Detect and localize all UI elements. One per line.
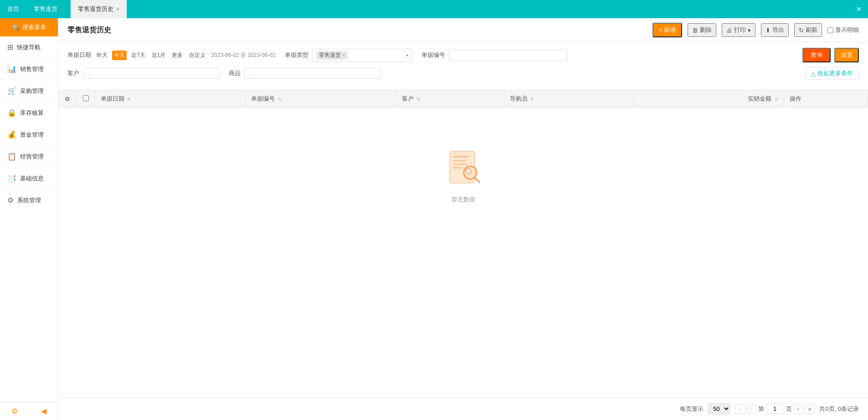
print-arrow-icon: ▾ — [748, 27, 751, 34]
collapse-button[interactable]: △ 收起更多条件 — [805, 67, 859, 80]
sidebar-search[interactable]: 🔍 搜索菜单 — [0, 18, 58, 36]
last-page-button[interactable]: » — [805, 404, 815, 414]
sidebar-item-purchase-mgmt[interactable]: 🛒 采购管理 — [0, 80, 58, 102]
th-number[interactable]: 单据编号 ⇅ — [246, 90, 396, 108]
date-opt-custom[interactable]: 自定义 — [187, 51, 207, 60]
page-size-label: 每页显示 — [680, 405, 704, 413]
page-nav: « ‹ 第 页 › » — [735, 404, 815, 414]
operations-icon: 📋 — [7, 152, 16, 161]
system-icon: ⚙ — [7, 196, 14, 205]
th-action: 操作 — [784, 90, 868, 108]
sidebar-item-basic-info-label: 基础信息 — [20, 174, 44, 183]
guide-sort-icon: ⇅ — [530, 97, 534, 102]
amount-sort-icon: ⇅ — [775, 97, 778, 102]
pagination: 每页显示 50 « ‹ 第 页 › » 共0页, 0条记录 — [58, 397, 868, 420]
delete-button[interactable]: 🗑 删除 — [688, 23, 716, 37]
th-settings[interactable]: ⚙ — [58, 90, 77, 108]
search-icon: 🔍 — [12, 24, 20, 31]
refresh-button[interactable]: ↻ 刷新 — [794, 23, 822, 37]
svg-point-7 — [466, 169, 472, 174]
svg-line-6 — [475, 178, 479, 182]
sidebar-item-basic-info[interactable]: 📑 基础信息 — [0, 168, 58, 190]
sidebar-settings-button[interactable]: ⚙ — [11, 407, 18, 415]
goods-filter-label: 商品 — [229, 69, 241, 77]
first-page-button[interactable]: « — [735, 404, 745, 414]
tab-retail-return[interactable]: 零售退货 × — [26, 0, 71, 18]
data-table: ⚙ 单据日期 ⇅ 单据编号 ⇅ — [58, 90, 868, 108]
table-area: ⚙ 单据日期 ⇅ 单据编号 ⇅ — [58, 90, 868, 397]
number-filter-input[interactable] — [449, 50, 567, 61]
tab-retail-return-history-close[interactable]: × — [116, 6, 119, 12]
select-all-checkbox[interactable] — [83, 95, 89, 101]
th-customer[interactable]: 客户 ⇅ — [396, 90, 504, 108]
settings-icon: ⚙ — [65, 96, 70, 102]
customer-sort-icon: ⇅ — [416, 97, 420, 102]
type-filter-label: 单据类型 — [285, 51, 308, 59]
goods-select[interactable]: ... — [244, 68, 381, 79]
sidebar-item-operations[interactable]: 📋 经营管理 — [0, 146, 58, 168]
date-opt-last7[interactable]: 近7天 — [129, 51, 147, 60]
page-number-input[interactable] — [766, 404, 784, 414]
page-suffix: 页 — [786, 405, 792, 413]
export-button[interactable]: ⬆ 导出 — [761, 23, 789, 37]
filter-area: 单据日期 昨天 今天 近7天 近1月 更多 自定义 2023-06-02 至 2… — [58, 42, 868, 90]
main-layout: 🔍 搜索菜单 ⊞ 快捷导航 📊 销售管理 🛒 采购管理 🔒 库存核算 💰 — [0, 18, 868, 420]
type-filter: 单据类型 零售退货 × ▾ — [285, 49, 412, 62]
sidebar-item-inventory[interactable]: 🔒 库存核算 — [0, 102, 58, 124]
prev-page-button[interactable]: ‹ — [747, 404, 756, 414]
th-guide[interactable]: 导购员 ⇅ — [504, 90, 633, 108]
display-detail-label: 显示明细 — [835, 26, 859, 34]
page-size-select[interactable]: 50 — [708, 403, 730, 415]
inventory-icon: 🔒 — [7, 108, 16, 117]
goods-ellipsis: ... — [248, 70, 253, 77]
sidebar-item-system[interactable]: ⚙ 系统管理 — [0, 190, 58, 211]
delete-icon: 🗑 — [692, 27, 698, 34]
svg-rect-3 — [453, 164, 467, 165]
date-options: 昨天 今天 近7天 近1月 更多 自定义 — [95, 51, 207, 60]
date-opt-last1month[interactable]: 近1月 — [150, 51, 168, 60]
type-select[interactable]: 零售退货 × ▾ — [312, 49, 412, 62]
refresh-icon: ↻ — [799, 27, 804, 34]
sidebar-item-quick-nav[interactable]: ⊞ 快捷导航 — [0, 36, 58, 58]
th-date[interactable]: 单据日期 ⇅ — [95, 90, 246, 108]
query-button[interactable]: 查询 — [802, 48, 831, 62]
svg-rect-1 — [453, 156, 469, 158]
date-opt-today[interactable]: 今天 — [112, 51, 127, 60]
print-button[interactable]: 🖨 打印 ▾ — [722, 23, 755, 37]
display-detail-checkbox[interactable] — [827, 27, 833, 33]
th-checkbox — [77, 90, 95, 108]
th-amount[interactable]: 实销金额 ⇅ — [633, 90, 784, 108]
filter-setting-button[interactable]: 设置 — [834, 48, 859, 62]
export-label: 导出 — [772, 26, 784, 34]
type-tag-remove[interactable]: × — [342, 52, 345, 58]
tab-retail-return-history[interactable]: 零售退货历史 × — [71, 0, 127, 18]
add-button[interactable]: + 新增 — [652, 23, 682, 37]
sidebar-item-inventory-label: 库存核算 — [20, 109, 44, 117]
customer-ellipsis: ... — [87, 70, 92, 77]
tab-home[interactable]: 首页 — [0, 0, 26, 18]
filter-row-1: 单据日期 昨天 今天 近7天 近1月 更多 自定义 2023-06-02 至 2… — [67, 48, 859, 62]
customer-filter: 客户 ... — [67, 68, 220, 79]
window-close-button[interactable]: × — [850, 0, 868, 18]
collapse-area: △ 收起更多条件 — [805, 67, 859, 80]
tab-retail-return-close[interactable]: × — [60, 6, 63, 12]
empty-text: 暂无数据 — [452, 195, 475, 204]
empty-state: 暂无数据 — [58, 108, 868, 240]
total-info: 共0页, 0条记录 — [819, 405, 859, 413]
page-title: 零售退货历史 — [67, 26, 111, 35]
sidebar-item-finance[interactable]: 💰 资金管理 — [0, 124, 58, 146]
sidebar-search-label: 搜索菜单 — [22, 23, 46, 31]
date-filter: 单据日期 昨天 今天 近7天 近1月 更多 自定义 2023-06-02 至 2… — [67, 51, 276, 60]
collapse-label: 收起更多条件 — [817, 69, 853, 77]
sidebar-item-sales-mgmt[interactable]: 📊 销售管理 — [0, 58, 58, 80]
refresh-label: 刷新 — [806, 26, 817, 34]
collapse-up-icon: △ — [811, 70, 816, 77]
customer-select[interactable]: ... — [83, 68, 220, 79]
next-page-button[interactable]: › — [794, 404, 803, 414]
date-opt-yesterday[interactable]: 昨天 — [95, 51, 109, 60]
sidebar-collapse-button[interactable]: ◀ — [41, 407, 46, 415]
date-sort-icon: ⇅ — [127, 97, 131, 102]
svg-rect-2 — [453, 160, 466, 161]
purchase-mgmt-icon: 🛒 — [7, 87, 16, 95]
date-opt-more[interactable]: 更多 — [170, 51, 185, 60]
